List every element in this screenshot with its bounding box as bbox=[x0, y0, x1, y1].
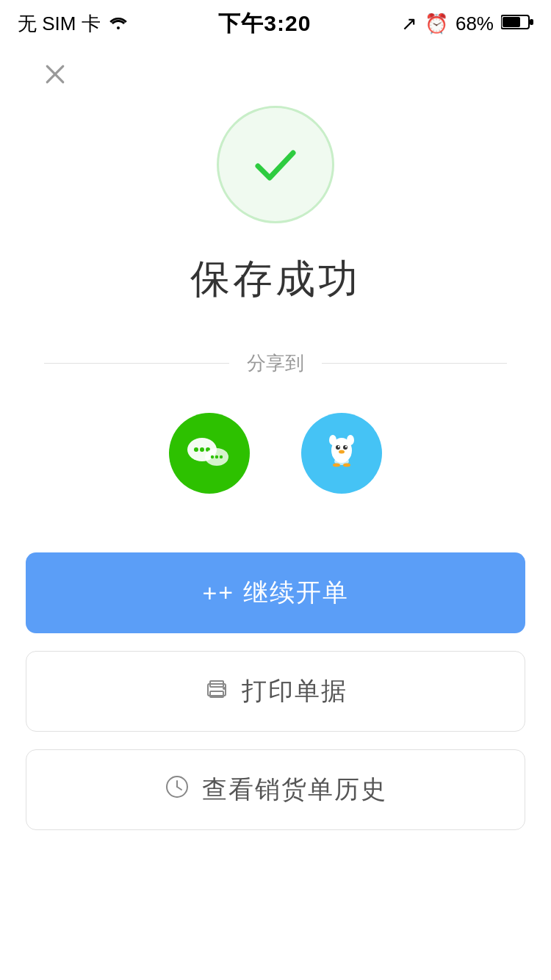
continue-order-button[interactable]: + + 继续开单 bbox=[26, 552, 525, 633]
qq-share-button[interactable] bbox=[301, 413, 382, 494]
svg-point-14 bbox=[336, 445, 340, 450]
svg-point-7 bbox=[200, 447, 204, 452]
success-title: 保存成功 bbox=[190, 253, 361, 306]
status-left: 无 SIM 卡 bbox=[18, 11, 129, 37]
svg-point-10 bbox=[210, 455, 213, 458]
svg-line-30 bbox=[177, 787, 181, 790]
history-label: 查看销货单历史 bbox=[202, 773, 387, 807]
action-buttons: + + 继续开单 打印单据 查看销货单 bbox=[26, 552, 525, 830]
battery-percent: 68% bbox=[455, 12, 494, 35]
share-icons-container bbox=[169, 413, 382, 494]
svg-point-16 bbox=[337, 445, 339, 447]
print-button[interactable]: 打印单据 bbox=[26, 651, 525, 732]
share-divider: 分享到 bbox=[0, 350, 551, 376]
svg-point-20 bbox=[333, 463, 340, 466]
status-right: ↗ ⏰ 68% bbox=[401, 12, 533, 35]
divider-right bbox=[322, 363, 507, 364]
svg-point-23 bbox=[347, 435, 354, 445]
svg-rect-1 bbox=[503, 17, 520, 27]
success-icon-circle bbox=[217, 106, 334, 223]
svg-point-27 bbox=[223, 687, 226, 690]
svg-point-12 bbox=[219, 455, 222, 458]
svg-point-17 bbox=[345, 445, 346, 447]
plus-icon: + bbox=[202, 579, 218, 608]
divider-left bbox=[44, 363, 229, 364]
svg-point-22 bbox=[329, 435, 336, 445]
history-button[interactable]: 查看销货单历史 bbox=[26, 749, 525, 830]
svg-point-15 bbox=[343, 445, 347, 450]
svg-point-18 bbox=[339, 450, 345, 453]
clock-icon bbox=[164, 774, 190, 806]
svg-point-11 bbox=[215, 455, 217, 458]
alarm-icon: ⏰ bbox=[425, 12, 448, 35]
location-icon: ↗ bbox=[401, 12, 417, 35]
battery-icon bbox=[501, 12, 533, 35]
print-label: 打印单据 bbox=[242, 674, 347, 708]
status-time: 下午3:20 bbox=[218, 9, 311, 39]
share-label: 分享到 bbox=[229, 350, 322, 376]
svg-point-6 bbox=[194, 447, 198, 452]
svg-point-21 bbox=[343, 463, 350, 466]
svg-rect-2 bbox=[530, 19, 533, 25]
status-bar: 无 SIM 卡 下午3:20 ↗ ⏰ 68% bbox=[0, 0, 551, 47]
close-button[interactable] bbox=[37, 56, 73, 93]
share-section: 分享到 bbox=[0, 350, 551, 376]
printer-icon bbox=[204, 675, 230, 707]
wechat-share-button[interactable] bbox=[169, 413, 250, 494]
no-sim-label: 无 SIM 卡 bbox=[18, 11, 101, 37]
main-content: 保存成功 分享到 bbox=[0, 47, 551, 830]
wifi-icon bbox=[108, 12, 129, 35]
continue-order-label: + 继续开单 bbox=[218, 576, 348, 610]
